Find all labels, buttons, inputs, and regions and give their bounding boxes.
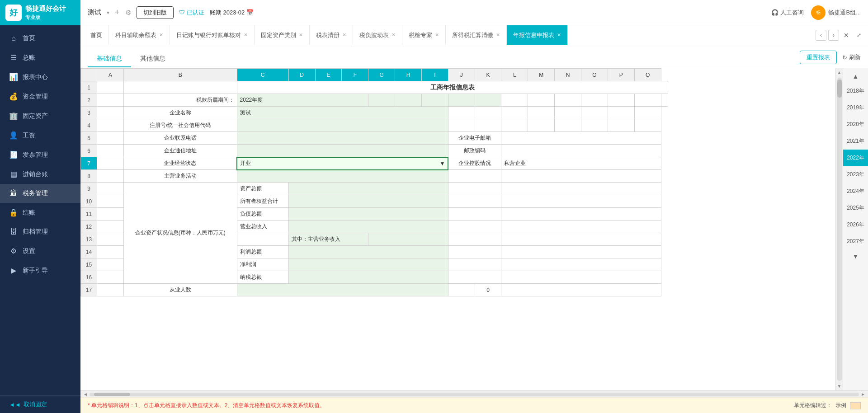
cell-3p[interactable] xyxy=(608,107,634,119)
sidebar-item-settings[interactable]: ⚙ 设置 xyxy=(0,241,80,261)
tab-income-tax-close[interactable]: ✕ xyxy=(496,32,500,38)
cell-7b[interactable]: 企业经营状态 xyxy=(123,157,237,170)
cell-13a[interactable] xyxy=(97,233,124,246)
tab-income-tax[interactable]: 所得税汇算清缴 ✕ xyxy=(446,25,507,45)
cell-7l[interactable]: 私营企业 xyxy=(501,157,661,170)
cell-11d[interactable] xyxy=(288,208,448,221)
year-item-2020[interactable]: 2020年 xyxy=(843,116,868,133)
sidebar-item-reports[interactable]: 📊 报表中心 xyxy=(0,67,80,87)
tab-annual-report[interactable]: 年报信息申报表 ✕ xyxy=(507,25,568,45)
cell-17l[interactable] xyxy=(501,284,661,296)
cell-4n[interactable] xyxy=(555,119,581,132)
cell-4a[interactable] xyxy=(97,119,124,132)
h-scrollbar[interactable]: ◄ ► xyxy=(80,390,868,398)
cell-16l[interactable] xyxy=(501,271,661,284)
h-scroll-thumb[interactable] xyxy=(94,393,130,396)
sidebar-item-funds[interactable]: 💰 资金管理 xyxy=(0,87,80,106)
tab-aux-close[interactable]: ✕ xyxy=(159,32,163,38)
sidebar-item-archive[interactable]: 🗄 归档管理 xyxy=(0,222,80,241)
cell-5c[interactable] xyxy=(237,132,448,145)
cell-2h[interactable] xyxy=(448,94,475,107)
cell-9c[interactable]: 资产总额 xyxy=(237,183,288,195)
tab-tax-wave[interactable]: 税负波动表 ✕ xyxy=(353,25,402,45)
cell-11j[interactable] xyxy=(448,208,501,221)
sidebar-item-assets[interactable]: 🏢 固定资产 xyxy=(0,106,80,126)
year-nav-up-icon[interactable]: ▲ xyxy=(850,70,862,83)
calendar-icon[interactable]: 📅 xyxy=(246,9,254,16)
sidebar-item-guide[interactable]: ▶ 新手引导 xyxy=(0,261,80,280)
cell-9j[interactable] xyxy=(448,183,501,195)
cell-11l[interactable] xyxy=(501,208,661,221)
cell-2f[interactable] xyxy=(395,94,422,107)
year-nav-down-icon[interactable]: ▼ xyxy=(850,250,862,263)
cell-5l[interactable] xyxy=(501,132,661,145)
cell-4p[interactable] xyxy=(608,119,634,132)
cell-4j[interactable] xyxy=(448,119,475,132)
cell-14d[interactable] xyxy=(288,246,448,258)
inner-tab-other[interactable]: 其他信息 xyxy=(131,51,175,67)
cell-16a[interactable] xyxy=(97,271,124,284)
service-button[interactable]: 🎧 人工咨询 xyxy=(771,9,804,17)
cell-5a[interactable] xyxy=(97,132,124,145)
tab-assets-type[interactable]: 固定资产类别 ✕ xyxy=(255,25,310,45)
cell-16d[interactable] xyxy=(288,271,448,284)
cell-14j[interactable] xyxy=(448,246,501,258)
cell-4m[interactable] xyxy=(528,119,555,132)
cell-15j[interactable] xyxy=(448,258,501,271)
cell-8b[interactable]: 主营业务活动 xyxy=(123,170,237,183)
dropdown-arrow-icon[interactable]: ▼ xyxy=(439,160,445,167)
cell-3o[interactable] xyxy=(581,107,608,119)
tab-tax-expert[interactable]: 税检专家 ✕ xyxy=(402,25,446,45)
cell-10a[interactable] xyxy=(97,195,124,208)
cell-2j[interactable] xyxy=(501,94,528,107)
cell-4q[interactable] xyxy=(634,119,661,132)
cell-12a[interactable] xyxy=(97,221,124,233)
tab-aux[interactable]: 科目辅助余额表 ✕ xyxy=(109,25,170,45)
expand-button[interactable]: ⤢ xyxy=(854,30,864,41)
cell-3m[interactable] xyxy=(528,107,555,119)
cell-2a[interactable] xyxy=(97,94,124,107)
cell-2n[interactable] xyxy=(608,94,634,107)
cell-2p[interactable] xyxy=(661,94,668,107)
cell-8a[interactable] xyxy=(97,170,124,183)
cell-8j[interactable] xyxy=(448,170,501,183)
cell-2e[interactable] xyxy=(368,94,395,107)
v-scrollbar[interactable]: ▲ ▼ xyxy=(835,68,843,390)
spreadsheet-container[interactable]: A B C D E F G H I J K L M xyxy=(80,68,835,390)
scroll-up-icon[interactable]: ▲ xyxy=(835,68,844,77)
cell-4c[interactable] xyxy=(237,119,448,132)
cell-3n[interactable] xyxy=(555,107,581,119)
cell-17b[interactable]: 从业人数 xyxy=(123,284,237,296)
tab-annual-report-close[interactable]: ✕ xyxy=(557,32,561,38)
year-item-2026[interactable]: 2026年 xyxy=(843,216,868,233)
cell-12l[interactable] xyxy=(501,221,661,233)
cell-3q[interactable] xyxy=(634,107,661,119)
cell-14a[interactable] xyxy=(97,246,124,258)
dropdown-arrow-icon[interactable]: ▾ xyxy=(107,9,109,16)
cell-10c[interactable]: 所有者权益合计 xyxy=(237,195,288,208)
cell-4k[interactable] xyxy=(475,119,501,132)
tab-next-button[interactable]: › xyxy=(828,30,839,41)
cell-2k[interactable] xyxy=(528,94,555,107)
cell-17c[interactable] xyxy=(237,284,448,296)
h-scroll-left-icon[interactable]: ◄ xyxy=(81,392,90,397)
cell-7j[interactable]: 企业控股情况 xyxy=(448,157,501,170)
year-item-2018[interactable]: 2018年 xyxy=(843,83,868,99)
cell-2m[interactable] xyxy=(581,94,608,107)
gear-icon[interactable]: ⚙ xyxy=(125,9,131,17)
tab-tax-expert-close[interactable]: ✕ xyxy=(435,32,439,38)
cell-3k[interactable] xyxy=(475,107,501,119)
tab-home[interactable]: 首页 xyxy=(84,25,109,45)
cell-17a[interactable] xyxy=(97,284,124,296)
cell-9a[interactable] xyxy=(97,183,124,195)
tab-assets-type-close[interactable]: ✕ xyxy=(299,32,303,38)
year-item-2023[interactable]: 2023年 xyxy=(843,166,868,183)
sidebar-item-invoice[interactable]: 🧾 发票管理 xyxy=(0,145,80,164)
cell-4b[interactable]: 注册号/统一社会信用代码 xyxy=(123,119,237,132)
cell-2l[interactable] xyxy=(555,94,581,107)
cell-16c[interactable]: 纳税总额 xyxy=(237,271,288,284)
user-menu[interactable]: 畅 畅捷通B组... xyxy=(811,5,861,20)
cell-3b[interactable]: 企业名称 xyxy=(123,107,237,119)
close-tab-button[interactable]: ✕ xyxy=(841,30,852,41)
switch-version-button[interactable]: 切到旧版 xyxy=(137,6,174,19)
